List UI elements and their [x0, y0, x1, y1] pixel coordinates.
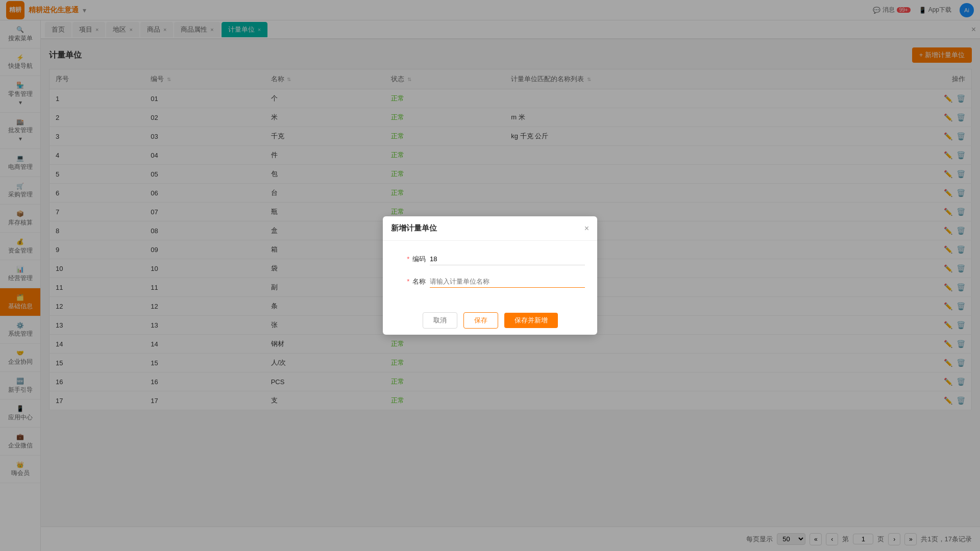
code-input[interactable] [430, 253, 585, 265]
modal-body: * 编码 * 名称 [383, 241, 597, 306]
required-mark: * [407, 255, 409, 263]
name-input[interactable] [430, 276, 585, 288]
code-label: * 编码 [395, 255, 426, 264]
required-mark-name: * [407, 278, 409, 285]
save-and-new-button[interactable]: 保存并新增 [504, 313, 558, 328]
name-label: * 名称 [395, 277, 426, 286]
form-row-code: * 编码 [395, 253, 585, 265]
form-row-name: * 名称 [395, 276, 585, 288]
code-label-text: 编码 [412, 255, 426, 263]
modal-title: 新增计量单位 [391, 223, 437, 233]
add-unit-modal: 新增计量单位 × * 编码 * 名称 取消 保存 保存并新增 [383, 216, 597, 335]
name-label-text: 名称 [412, 278, 426, 285]
save-button[interactable]: 保存 [463, 312, 498, 329]
cancel-button[interactable]: 取消 [423, 312, 457, 329]
modal-close-button[interactable]: × [584, 224, 589, 233]
modal-header: 新增计量单位 × [383, 216, 597, 241]
modal-overlay[interactable]: 新增计量单位 × * 编码 * 名称 取消 保存 保存并新增 [0, 0, 980, 551]
modal-footer: 取消 保存 保存并新增 [383, 306, 597, 335]
